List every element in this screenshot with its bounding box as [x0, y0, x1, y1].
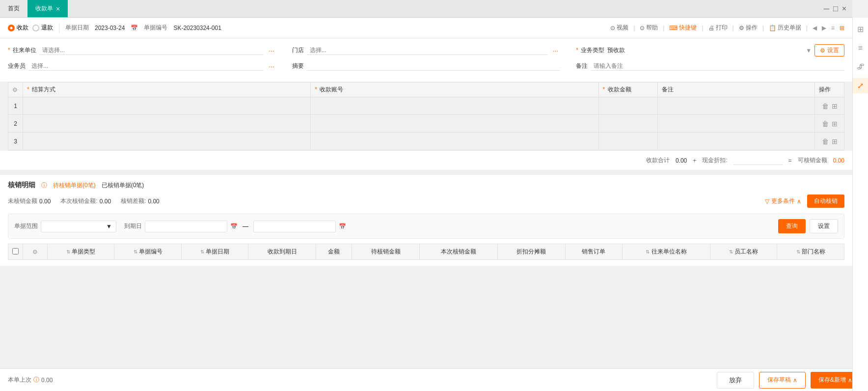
total-label: 收款合计 — [646, 156, 670, 165]
pending-tab[interactable]: 待核销单据(0笔) — [53, 181, 96, 190]
col-remark: 备注 — [657, 83, 814, 97]
delete-icon[interactable]: 🗑 — [822, 138, 829, 145]
nav-left-icon[interactable]: ◀ — [813, 25, 817, 31]
date-start-input[interactable]: 2022-04-01 — [145, 221, 227, 232]
receipt-type-group: 收款 退款 — [8, 24, 53, 32]
calendar-start-icon[interactable]: 📅 — [230, 223, 238, 230]
col-doc-date: ⇅ 单据日期 — [181, 244, 248, 260]
form-section: * 往来单位 ··· 门店 ··· * 业务类型 预收款 — [0, 38, 852, 82]
summary-input[interactable] — [307, 61, 561, 71]
minimize-btn[interactable]: ─ — [824, 4, 829, 13]
more-filter-btn[interactable]: ▽ 更多条件 ∧ — [765, 197, 801, 205]
account-cell[interactable] — [311, 133, 598, 150]
col-discount: 折扣分摊额 — [497, 244, 565, 260]
account-cell[interactable] — [311, 115, 598, 133]
settlement-cell[interactable] — [23, 133, 311, 150]
video-label: 视频 — [617, 24, 628, 32]
business-type-field: * 业务类型 预收款 ▼ ⚙ 设置 — [576, 44, 844, 56]
sidebar-list-icon[interactable]: ≡ — [858, 41, 863, 56]
store-more-btn[interactable]: ··· — [551, 47, 561, 55]
abandon-btn[interactable]: 放弃 — [717, 372, 754, 389]
amount-cell[interactable] — [598, 115, 657, 133]
sidebar-expand-icon[interactable]: ⤢ — [853, 78, 868, 93]
tab-home-label: 首页 — [8, 4, 20, 13]
radio-refund[interactable]: 退款 — [32, 24, 53, 32]
copy-icon[interactable]: ⊞ — [832, 102, 838, 110]
auto-recon-btn[interactable]: 自动核销 — [807, 195, 844, 208]
col-amount: * 收款金额 — [598, 83, 657, 97]
recon-table-settings-icon[interactable]: ⚙ — [32, 249, 38, 255]
col-amount: 金额 — [316, 244, 352, 260]
settlement-cell[interactable] — [23, 115, 311, 133]
amount-cell[interactable] — [598, 133, 657, 150]
settings-btn[interactable]: ⚙ 设置 — [814, 44, 844, 56]
copy-icon[interactable]: ⊞ — [832, 120, 838, 128]
close-btn[interactable]: × — [842, 4, 846, 13]
shortcut-label: 快捷键 — [679, 24, 697, 32]
save-draft-btn[interactable]: 保存草稿 ∧ — [759, 372, 806, 389]
col-staff: ⇅ 员工名称 — [710, 244, 777, 260]
col-account: * 收款账号 — [311, 83, 598, 97]
partner-more-btn[interactable]: ··· — [267, 47, 276, 55]
store-input[interactable] — [307, 46, 548, 55]
calendar-icon[interactable]: 📅 — [131, 25, 138, 31]
recon-info-icon[interactable]: ⓘ — [41, 181, 47, 190]
delete-icon[interactable]: 🗑 — [822, 120, 829, 128]
remark-cell[interactable] — [657, 115, 814, 133]
range-label: 单据范围 — [14, 222, 38, 230]
radio-receive[interactable]: 收款 — [8, 24, 28, 32]
remark-input[interactable] — [591, 61, 844, 71]
remark-cell[interactable] — [657, 97, 814, 115]
nav-right-icon[interactable]: ▶ — [822, 25, 826, 31]
history-btn[interactable]: 📋 历史单据 — [769, 24, 801, 32]
tab-close-btn[interactable]: × — [56, 5, 60, 13]
divider-1 — [59, 23, 59, 33]
print-btn[interactable]: 🖨 打印 — [708, 24, 728, 32]
staff-more-btn[interactable]: ··· — [267, 62, 276, 70]
operate-btn[interactable]: ⚙ 操作 — [739, 24, 758, 32]
shortcut-btn[interactable]: ⌨ 快捷键 — [669, 24, 697, 32]
staff-input[interactable] — [28, 61, 264, 71]
dropdown-icon[interactable]: ▼ — [806, 47, 812, 54]
sidebar-clip-icon[interactable]: 🖇 — [857, 59, 865, 74]
select-all-checkbox[interactable] — [12, 248, 19, 254]
radio-refund-label: 退款 — [41, 24, 53, 32]
dropdown-arrow-icon: ▼ — [106, 223, 112, 230]
account-cell[interactable] — [311, 97, 598, 115]
remark-cell[interactable] — [657, 133, 814, 150]
bottom-actions: 放弃 保存草稿 ∧ 保存&新增 ∧ — [717, 372, 860, 389]
range-select[interactable]: ▼ — [41, 221, 116, 232]
tab-receipt[interactable]: 收款单 × — [27, 0, 68, 17]
date-end-input[interactable]: 2022-04-12 — [253, 221, 336, 232]
carry-info-icon[interactable]: ⓘ — [33, 376, 39, 384]
copy-icon[interactable]: ⊞ — [832, 138, 838, 145]
video-btn[interactable]: ⊙ 视频 — [610, 24, 628, 32]
row-num: 2 — [8, 115, 23, 133]
settlement-cell[interactable] — [23, 97, 311, 115]
query-btn[interactable]: 查询 — [778, 219, 806, 233]
filter-row: 单据范围 ▼ 到期日 2022-04-01 📅 — 2022-04-12 📅 查… — [8, 214, 844, 239]
action-cell: 🗑 ⊞ — [815, 133, 844, 150]
summary-row: 收款合计 0.00 + 现金折扣: = 可核销金额 0.00 — [0, 150, 852, 170]
layout-list-icon[interactable]: ≡ — [831, 25, 835, 31]
diff-stat: 核销差额: 0.00 — [121, 197, 160, 205]
carry-label: 本单上次 — [8, 376, 31, 384]
help-btn[interactable]: ⊙ 帮助 — [640, 24, 658, 32]
amount-cell[interactable] — [598, 97, 657, 115]
col-doc-type: ⇅ 单据类型 — [48, 244, 114, 260]
maximize-btn[interactable]: □ — [833, 4, 838, 13]
layout-grid-icon[interactable]: ⊞ — [840, 25, 844, 31]
filter-settings-btn[interactable]: 设置 — [810, 219, 838, 233]
delete-icon[interactable]: 🗑 — [822, 102, 829, 110]
calendar-end-icon[interactable]: 📅 — [339, 223, 346, 230]
form-row-2: 业务员 ··· 摘要 备注 — [8, 61, 844, 71]
discount-input[interactable] — [733, 156, 783, 165]
action-cell: 🗑 ⊞ — [815, 97, 844, 115]
available-value: 0.00 — [833, 157, 844, 164]
sidebar-table-icon[interactable]: ⊞ — [857, 22, 864, 37]
partner-input[interactable] — [39, 46, 264, 55]
tab-home[interactable]: 首页 — [0, 0, 27, 17]
table-settings-icon[interactable]: ⚙ — [12, 86, 18, 93]
done-tab[interactable]: 已核销单据(0笔) — [102, 181, 144, 190]
col-pending-amount: 待核销金额 — [352, 244, 420, 260]
